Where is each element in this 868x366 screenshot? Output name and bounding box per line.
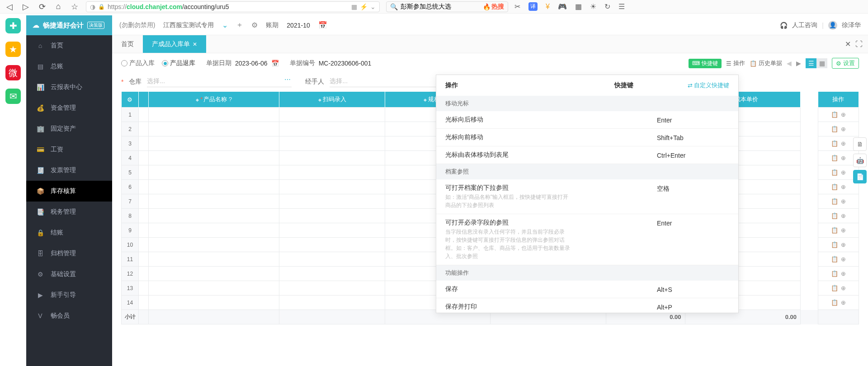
reload-icon[interactable]: ⟳ xyxy=(37,2,47,12)
sidebar-item-close[interactable]: 🔒结账 xyxy=(26,222,112,243)
row-add-icon[interactable]: ⊕ xyxy=(841,256,846,263)
col-2[interactable]: ◆*产品名称 ? xyxy=(149,92,279,108)
rail-mail-icon[interactable]: ✉ xyxy=(5,89,21,104)
shortcut-button[interactable]: ⌨ 快捷键 xyxy=(689,59,722,68)
home-icon[interactable]: ⌂ xyxy=(53,2,63,12)
col-config[interactable]: ⚙ xyxy=(122,92,139,108)
row-copy-icon[interactable]: 📋 xyxy=(831,183,838,190)
gear-col-icon[interactable]: ⚙ xyxy=(127,96,132,103)
sidebar-item-wallet[interactable]: 💰资金管理 xyxy=(26,98,112,118)
star-icon[interactable]: ☆ xyxy=(70,2,80,12)
row-add-icon[interactable]: ⊕ xyxy=(841,285,846,291)
row-copy-icon[interactable]: 📋 xyxy=(831,270,838,277)
row-add-icon[interactable]: ⊕ xyxy=(841,227,846,234)
coin-icon[interactable]: ¥ xyxy=(546,3,550,11)
theme-icon[interactable]: ☀ xyxy=(590,2,596,11)
right-rail-form-icon[interactable]: 📄 xyxy=(853,170,867,183)
avatar-icon[interactable]: 👤 xyxy=(828,21,837,30)
sidebar-item-inventory[interactable]: 📦库存核算 xyxy=(26,181,112,202)
support-text[interactable]: 人工咨询 xyxy=(792,21,817,29)
inventory-icon: 📦 xyxy=(36,187,44,195)
more-icon[interactable]: ⋯ xyxy=(284,76,292,83)
restore-icon[interactable]: ↻ xyxy=(604,2,610,11)
flash-icon[interactable]: ⚡ xyxy=(360,3,368,10)
date-picker-icon[interactable]: 📅 xyxy=(271,60,279,67)
custom-shortcut-link[interactable]: ⇄自定义快捷键 xyxy=(688,81,729,89)
operation-button[interactable]: ☰ 操作 xyxy=(726,59,745,67)
row-add-icon[interactable]: ⊕ xyxy=(841,299,846,306)
row-copy-icon[interactable]: 📋 xyxy=(831,111,838,118)
address-bar[interactable]: ◑ 🔒 https://cloud.chanjet.com/accounting… xyxy=(86,1,380,12)
row-add-icon[interactable]: ⊕ xyxy=(841,241,846,248)
back-icon[interactable]: ◁ xyxy=(5,2,14,12)
game-icon[interactable]: 🎮 xyxy=(558,2,567,11)
forward-icon[interactable]: ▷ xyxy=(21,2,31,12)
gear-icon[interactable]: ⚙ xyxy=(251,21,258,29)
row-copy-icon[interactable]: 📋 xyxy=(831,212,838,219)
search-box[interactable]: 🔍 彭斯参加总统大选 🔥热搜 xyxy=(386,1,508,12)
menu-icon[interactable]: ☰ xyxy=(618,2,625,11)
row-copy-icon[interactable]: 📋 xyxy=(831,256,838,263)
translate-icon[interactable]: 译 xyxy=(528,2,538,11)
calendar-icon[interactable]: 📅 xyxy=(318,21,327,29)
rail-plus-icon[interactable]: ✚ xyxy=(5,18,21,33)
sp-desc: 保存 xyxy=(445,285,657,293)
prev-icon[interactable]: ◀ xyxy=(787,60,792,67)
sidebar-item-book[interactable]: ▤总账 xyxy=(26,56,112,77)
row-copy-icon[interactable]: 📋 xyxy=(831,198,838,205)
warehouse-select[interactable]: 选择... ⋯ xyxy=(147,76,292,87)
sidebar-item-home[interactable]: ⌂首页 xyxy=(26,35,112,56)
col-3[interactable]: ◆扫码录入 xyxy=(279,92,385,108)
row-add-icon[interactable]: ⊕ xyxy=(841,270,846,277)
history-button[interactable]: 📋 历史单据 xyxy=(750,59,782,67)
right-rail-doc-icon[interactable]: 🗎 xyxy=(853,137,867,151)
sidebar-item-chart[interactable]: 📊云报表中心 xyxy=(26,77,112,98)
row-copy-icon[interactable]: 📋 xyxy=(831,285,838,291)
qr-icon[interactable]: ▦ xyxy=(351,3,357,10)
sidebar-item-salary[interactable]: 💳工资 xyxy=(26,139,112,160)
row-add-icon[interactable]: ⊕ xyxy=(841,212,846,219)
close-all-icon[interactable]: ✕ xyxy=(845,40,851,48)
row-copy-icon[interactable]: 📋 xyxy=(831,140,838,147)
row-add-icon[interactable]: ⊕ xyxy=(841,155,846,161)
sidebar-item-vip[interactable]: V畅会员 xyxy=(26,305,112,326)
sidebar-item-invoice[interactable]: 🧾发票管理 xyxy=(26,160,112,181)
sidebar-item-guide[interactable]: ▶新手引导 xyxy=(26,285,112,305)
next-icon[interactable]: ▶ xyxy=(796,60,801,67)
sidebar-item-settings[interactable]: ⚙基础设置 xyxy=(26,264,112,285)
close-tab-icon[interactable]: ✕ xyxy=(193,41,197,47)
row-add-icon[interactable]: ⊕ xyxy=(841,183,846,190)
radio-return[interactable]: 产品退库 xyxy=(162,59,195,67)
row-copy-icon[interactable]: 📋 xyxy=(831,299,838,306)
company-chevron-icon[interactable]: ⌄ xyxy=(222,21,228,29)
sidebar-item-asset[interactable]: 🏢固定资产 xyxy=(26,118,112,139)
chevron-down-icon[interactable]: ⌄ xyxy=(370,3,376,10)
sp-row: 可打开必录字段的参照当字段信息没有录入任何字符，并且当前字段必录时，按快捷键可直… xyxy=(436,214,738,265)
sp-desc: 可打开必录字段的参照 xyxy=(445,219,657,227)
row-copy-icon[interactable]: 📋 xyxy=(831,169,838,176)
row-copy-icon[interactable]: 📋 xyxy=(831,126,838,132)
tab-home[interactable]: 首页 xyxy=(112,35,143,53)
row-add-icon[interactable]: ⊕ xyxy=(841,126,846,132)
row-add-icon[interactable]: ⊕ xyxy=(841,140,846,147)
add-icon[interactable]: ＋ xyxy=(236,20,243,30)
row-add-icon[interactable]: ⊕ xyxy=(841,198,846,205)
col-blank[interactable] xyxy=(139,92,149,108)
radio-in[interactable]: 产品入库 xyxy=(121,59,155,67)
grid-view-icon[interactable]: ▦ xyxy=(816,58,827,68)
apps-icon[interactable]: ▦ xyxy=(575,2,582,11)
row-add-icon[interactable]: ⊕ xyxy=(841,111,846,118)
rail-star-icon[interactable]: ★ xyxy=(5,42,21,57)
right-rail-robot-icon[interactable]: 🤖 xyxy=(853,154,867,167)
list-view-icon[interactable]: ☰ xyxy=(806,58,816,68)
sidebar-item-archive[interactable]: 🗄归档管理 xyxy=(26,243,112,264)
row-copy-icon[interactable]: 📋 xyxy=(831,155,838,161)
sidebar-item-tax[interactable]: 📑税务管理 xyxy=(26,202,112,222)
tab-active[interactable]: 产成品入库单✕ xyxy=(143,35,206,53)
rail-weibo-icon[interactable]: 微 xyxy=(5,65,21,80)
date-value[interactable]: 2023-06-06 xyxy=(235,60,268,67)
row-copy-icon[interactable]: 📋 xyxy=(831,241,838,248)
row-copy-icon[interactable]: 📋 xyxy=(831,227,838,234)
scissors-icon[interactable]: ✂ xyxy=(514,2,520,11)
row-add-icon[interactable]: ⊕ xyxy=(841,169,846,176)
